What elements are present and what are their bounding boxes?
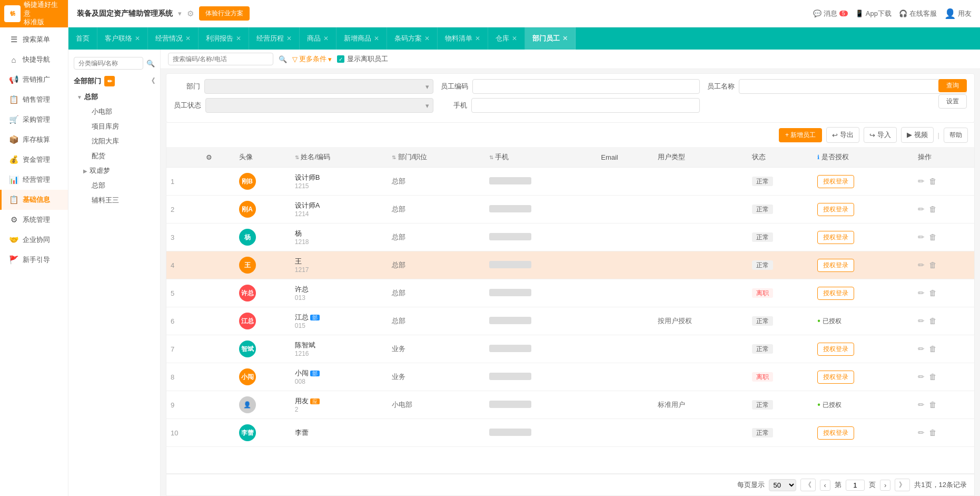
- tab-close-icon[interactable]: ✕: [562, 35, 568, 42]
- sidebar-item-quick[interactable]: ⌂快捷导航: [0, 50, 68, 70]
- phone-input[interactable]: [471, 98, 700, 113]
- auth-login-button[interactable]: 授权登录: [817, 343, 854, 356]
- sidebar-item-marketing[interactable]: 📢营销推广: [0, 70, 68, 90]
- dept-select[interactable]: [204, 79, 433, 94]
- tab-close-icon[interactable]: ✕: [236, 35, 241, 42]
- trial-button[interactable]: 体验行业方案: [199, 6, 250, 21]
- delete-icon[interactable]: 🗑: [929, 400, 937, 410]
- auth-login-button[interactable]: 授权登录: [817, 231, 854, 244]
- message-button[interactable]: 💬 消息 5: [813, 9, 848, 18]
- query-button[interactable]: 查询: [938, 79, 967, 92]
- sidebar-item-search[interactable]: ☰搜索菜单: [0, 30, 68, 50]
- gear-icon[interactable]: ⚙: [187, 9, 194, 18]
- tab-close-icon[interactable]: ✕: [135, 35, 140, 42]
- tab-close-icon[interactable]: ✕: [185, 35, 191, 42]
- sidebar-item-sales[interactable]: 📋销售管理: [0, 90, 68, 110]
- sidebar-item-finance[interactable]: 💰资金管理: [0, 150, 68, 170]
- tree-node-pushu[interactable]: 辅料王三: [68, 193, 160, 208]
- tab-仓库[interactable]: 仓库✕: [488, 27, 525, 50]
- tab-close-icon[interactable]: ✕: [424, 35, 430, 42]
- tree-collapse-icon[interactable]: 《: [148, 76, 155, 86]
- tree-node-zongbu[interactable]: ▼总部: [68, 90, 160, 104]
- emp-code-input[interactable]: [472, 79, 700, 94]
- search-input[interactable]: [168, 53, 273, 65]
- edit-icon[interactable]: ✏: [918, 260, 925, 270]
- tab-经营情况[interactable]: 经营情况✕: [148, 27, 199, 50]
- edit-icon[interactable]: ✏: [918, 344, 925, 354]
- delete-icon[interactable]: 🗑: [929, 288, 937, 298]
- sidebar-item-guide[interactable]: 🚩新手引导: [0, 250, 68, 270]
- tab-商品[interactable]: 商品✕: [300, 27, 336, 50]
- sidebar-item-inventory[interactable]: 📦库存核算: [0, 130, 68, 150]
- tree-node-shenyangdajun[interactable]: 沈阳大库: [68, 134, 160, 149]
- tab-close-icon[interactable]: ✕: [374, 35, 379, 42]
- auth-login-button[interactable]: 授权登录: [817, 259, 854, 272]
- tab-经营历程[interactable]: 经营历程✕: [249, 27, 300, 50]
- tree-node-shuangmeng[interactable]: ▶双虐梦: [68, 163, 160, 178]
- auth-login-button[interactable]: 授权登录: [817, 426, 854, 440]
- help-button[interactable]: 帮助: [944, 128, 968, 143]
- dropdown-icon[interactable]: ▾: [178, 9, 182, 17]
- tab-close-icon[interactable]: ✕: [475, 35, 480, 42]
- auth-login-button[interactable]: 授权登录: [817, 203, 854, 216]
- delete-icon[interactable]: 🗑: [929, 344, 937, 354]
- auth-login-button[interactable]: 授权登录: [817, 371, 854, 384]
- tab-部门员工[interactable]: 部门员工✕: [525, 27, 576, 50]
- tree-search-input[interactable]: [74, 57, 143, 70]
- set-button[interactable]: 设置: [938, 94, 967, 109]
- delete-icon[interactable]: 🗑: [929, 177, 937, 186]
- edit-icon[interactable]: ✏: [918, 205, 925, 214]
- edit-icon[interactable]: ✏: [918, 316, 925, 326]
- tab-条码方案[interactable]: 条码方案✕: [387, 27, 438, 50]
- sidebar-item-operation[interactable]: 📊经营管理: [0, 170, 68, 190]
- tab-新增商品[interactable]: 新增商品✕: [336, 27, 387, 50]
- tab-close-icon[interactable]: ✕: [512, 35, 517, 42]
- per-page-select[interactable]: 50 100: [769, 479, 796, 491]
- tab-客户联络[interactable]: 客户联络✕: [97, 27, 148, 50]
- delete-icon[interactable]: 🗑: [929, 316, 937, 326]
- tab-物料清单[interactable]: 物料清单✕: [438, 27, 488, 50]
- next-page-button[interactable]: ›: [880, 480, 890, 491]
- tab-close-icon[interactable]: ✕: [323, 35, 329, 42]
- prev-page-button[interactable]: ‹: [820, 480, 830, 491]
- delete-icon[interactable]: 🗑: [929, 372, 937, 382]
- delete-icon[interactable]: 🗑: [929, 232, 937, 242]
- tab-close-icon[interactable]: ✕: [286, 35, 292, 42]
- online-service-button[interactable]: 🎧 在线客服: [899, 9, 937, 18]
- sidebar-item-basic[interactable]: 📋基础信息: [0, 190, 68, 210]
- edit-icon[interactable]: ✏: [918, 232, 925, 242]
- sidebar-item-collab[interactable]: 🤝企业协同: [0, 230, 68, 250]
- sidebar-item-system[interactable]: ⚙系统管理: [0, 210, 68, 230]
- edit-icon[interactable]: ✏: [918, 288, 925, 298]
- show-left-toggle[interactable]: ✓ 显示离职员工: [337, 54, 388, 64]
- tree-edit-icon[interactable]: ✏: [104, 76, 115, 86]
- add-employee-button[interactable]: + 新增员工: [779, 128, 822, 142]
- export-button[interactable]: ↩ 导出: [826, 127, 859, 143]
- delete-icon[interactable]: 🗑: [929, 205, 937, 214]
- tab-利润报告[interactable]: 利润报告✕: [199, 27, 249, 50]
- user-area[interactable]: 👤 用友: [944, 8, 972, 20]
- sidebar-item-purchase[interactable]: 🛒采购管理: [0, 110, 68, 130]
- page-number-input[interactable]: [846, 480, 865, 491]
- edit-icon[interactable]: ✏: [918, 400, 925, 410]
- auth-login-button[interactable]: 授权登录: [817, 287, 854, 300]
- auth-login-button[interactable]: 授权登录: [817, 175, 854, 188]
- last-page-button[interactable]: 》: [895, 479, 910, 491]
- edit-icon[interactable]: ✏: [918, 177, 925, 186]
- view-button[interactable]: ▶ 视频: [901, 127, 933, 143]
- tree-node-peihuo[interactable]: 配货: [68, 149, 160, 163]
- tree-search-icon[interactable]: 🔍: [146, 60, 155, 67]
- more-conditions-button[interactable]: ▽ 更多条件 ▾: [292, 54, 332, 64]
- import-button[interactable]: ↪ 导入: [864, 127, 897, 143]
- tab-首页[interactable]: 首页: [68, 27, 97, 50]
- tree-node-zongbu2[interactable]: 总部: [68, 178, 160, 193]
- app-download-button[interactable]: 📱 App下载: [855, 9, 892, 18]
- first-page-button[interactable]: 《: [800, 479, 816, 491]
- edit-icon[interactable]: ✏: [918, 428, 925, 437]
- edit-icon[interactable]: ✏: [918, 372, 925, 382]
- filter-search-icon[interactable]: 🔍: [279, 55, 287, 63]
- delete-icon[interactable]: 🗑: [929, 428, 937, 437]
- tree-node-xiaodianbu[interactable]: 小电部: [68, 104, 160, 119]
- th-settings[interactable]: ⚙: [202, 147, 234, 168]
- delete-icon[interactable]: 🗑: [929, 260, 937, 270]
